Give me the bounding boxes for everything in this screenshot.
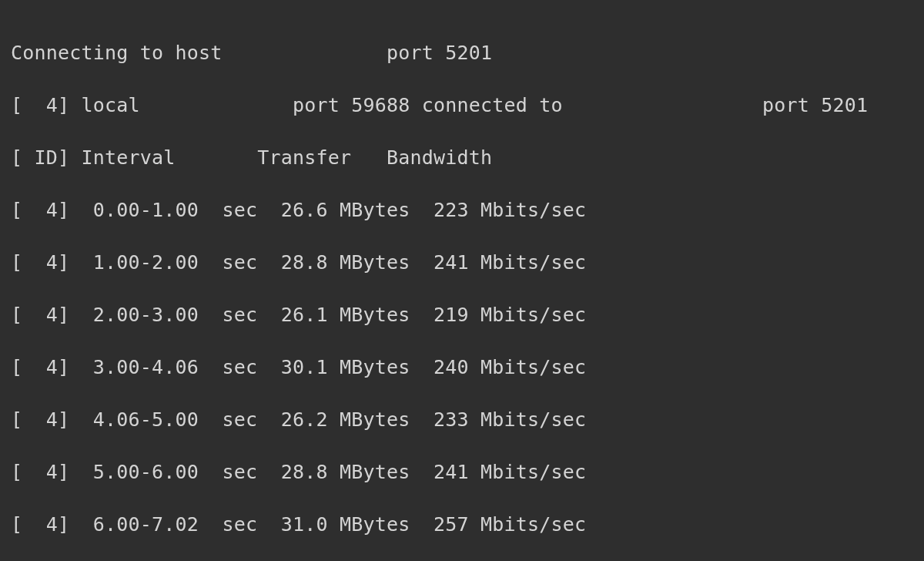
interval-row: [ 4] 5.00-6.00 sec 28.8 MBytes 241 Mbits… <box>11 459 913 485</box>
connect-remote-port: port 5201 <box>762 94 868 116</box>
interval-row: [ 4] 3.00-4.06 sec 30.1 MBytes 240 Mbits… <box>11 354 913 381</box>
connect-host-label: Connecting to host <box>11 42 223 64</box>
connect-line-1: Connecting to host port 5201 <box>11 40 913 66</box>
column-header: [ ID] Interval Transfer Bandwidth <box>11 145 913 171</box>
interval-row: [ 4] 6.00-7.02 sec 31.0 MBytes 257 Mbits… <box>11 512 913 538</box>
interval-row: [ 4] 0.00-1.00 sec 26.6 MBytes 223 Mbits… <box>11 197 913 223</box>
connect-local-port: port 59688 connected to <box>293 94 563 116</box>
interval-row: [ 4] 1.00-2.00 sec 28.8 MBytes 241 Mbits… <box>11 250 913 276</box>
terminal-output: Connecting to host port 5201 [ 4] local … <box>0 0 924 561</box>
interval-row: [ 4] 4.06-5.00 sec 26.2 MBytes 233 Mbits… <box>11 407 913 433</box>
interval-row: [ 4] 2.00-3.00 sec 26.1 MBytes 219 Mbits… <box>11 302 913 328</box>
connect-line-2: [ 4] local port 59688 connected to port … <box>11 92 913 119</box>
connect-local-label: [ 4] local <box>11 94 140 116</box>
connect-host-port: port 5201 <box>387 42 492 64</box>
